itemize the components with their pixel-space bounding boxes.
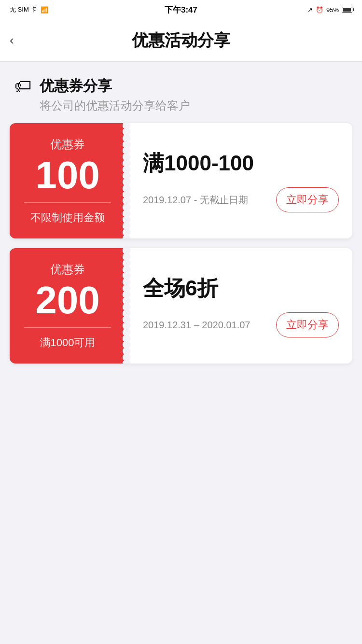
section-text: 优惠券分享 将公司的优惠活动分享给客户 — [40, 76, 190, 113]
coupon-title-1: 满1000-100 — [143, 149, 339, 178]
coupon-date-2: 2019.12.31 – 2020.01.07 — [143, 320, 250, 331]
coupon-title-2: 全场6折 — [143, 274, 339, 303]
coupon-label-2: 优惠券 — [50, 262, 85, 277]
coupon-meta-row-1: 2019.12.07 - 无截止日期 立即分享 — [143, 187, 339, 212]
coupon-divider-2 — [24, 327, 111, 328]
back-button[interactable]: ‹ — [10, 33, 14, 48]
status-right: ↗ ⏰ 95% — [307, 6, 352, 14]
battery-percent: 95% — [326, 6, 339, 14]
battery-bar — [342, 7, 352, 13]
coupon-right-2: 全场6折 2019.12.31 – 2020.01.07 立即分享 — [125, 248, 352, 364]
coupon-condition-2: 满1000可用 — [40, 336, 96, 350]
coupon-label-1: 优惠券 — [50, 137, 85, 152]
coupon-left-2: 优惠券 200 满1000可用 — [10, 248, 125, 364]
location-icon: ↗ — [307, 6, 313, 14]
section-header: 🏷 优惠券分享 将公司的优惠活动分享给客户 — [0, 62, 362, 123]
carrier-text: 无 SIM 卡 — [10, 5, 37, 14]
share-button-2[interactable]: 立即分享 — [276, 312, 339, 337]
empty-area — [0, 373, 362, 615]
coupon-left-1: 优惠券 100 不限制使用金额 — [10, 123, 125, 238]
alarm-icon: ⏰ — [316, 6, 323, 14]
coupon-condition-1: 不限制使用金额 — [30, 210, 105, 225]
section-title: 优惠券分享 — [40, 76, 190, 96]
coupon-card-2: 优惠券 200 满1000可用 全场6折 2019.12.31 – 2020.0… — [10, 248, 352, 364]
back-chevron: ‹ — [10, 33, 14, 48]
coupon-right-1: 满1000-100 2019.12.07 - 无截止日期 立即分享 — [125, 123, 352, 238]
coupons-container: 优惠券 100 不限制使用金额 满1000-100 2019.12.07 - 无… — [0, 123, 362, 373]
nav-bar: ‹ 优惠活动分享 — [0, 19, 362, 62]
status-bar: 无 SIM 卡 📶 下午3:47 ↗ ⏰ 95% — [0, 0, 362, 19]
status-time: 下午3:47 — [165, 4, 197, 15]
page-title: 优惠活动分享 — [132, 29, 230, 52]
wifi-icon: 📶 — [41, 6, 48, 14]
battery-fill — [343, 8, 351, 12]
coupon-divider-1 — [24, 202, 111, 203]
coupon-date-1: 2019.12.07 - 无截止日期 — [143, 194, 248, 207]
coupon-amount-1: 100 — [35, 156, 99, 195]
coupon-icon: 🏷 — [14, 77, 32, 95]
status-left: 无 SIM 卡 📶 — [10, 5, 48, 14]
coupon-meta-row-2: 2019.12.31 – 2020.01.07 立即分享 — [143, 312, 339, 337]
share-button-1[interactable]: 立即分享 — [276, 187, 339, 212]
coupon-amount-2: 200 — [35, 281, 99, 320]
section-subtitle: 将公司的优惠活动分享给客户 — [40, 98, 190, 113]
coupon-card-1: 优惠券 100 不限制使用金额 满1000-100 2019.12.07 - 无… — [10, 123, 352, 238]
